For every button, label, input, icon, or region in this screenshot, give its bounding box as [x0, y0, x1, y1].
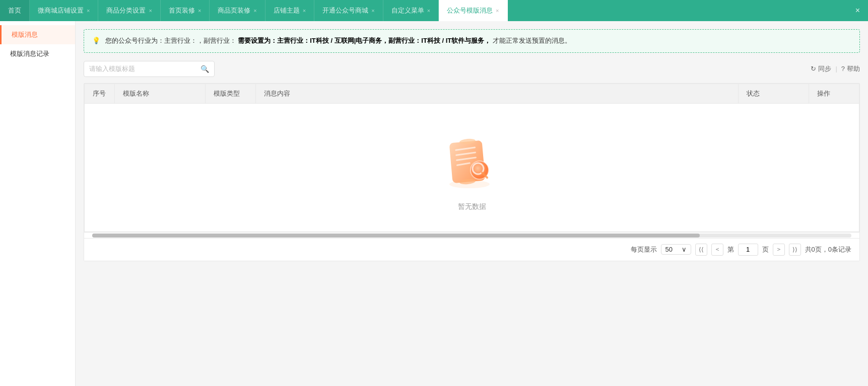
empty-svg-icon	[442, 134, 502, 194]
pagination-bar: 每页显示 50 ∨ ⟨⟨ ＜ 第 页 ＞ ⟩⟩	[84, 238, 859, 261]
help-circle-icon: ?	[841, 65, 845, 72]
tab-product-page-decor-close[interactable]: ×	[253, 8, 256, 14]
col-header-content: 消息内容	[256, 84, 739, 103]
tab-product-category[interactable]: 商品分类设置 ×	[98, 0, 160, 21]
tab-open-public-shop[interactable]: 开通公众号商城 ×	[314, 0, 383, 21]
tab-homepage-decor[interactable]: 首页装修 ×	[161, 0, 210, 21]
search-input[interactable]	[89, 65, 201, 72]
tab-template-msg-label: 公众号模版消息	[447, 6, 493, 15]
data-table: 序号 模版名称 模版类型 消息内容 状态	[84, 84, 859, 232]
table-header-row: 序号 模版名称 模版类型 消息内容 状态	[85, 84, 859, 103]
tab-wechat-shop-label: 微商城店铺设置	[38, 6, 84, 15]
tab-shop-theme-label: 店铺主题	[274, 6, 300, 15]
page-first-icon: ⟨⟨	[699, 246, 704, 253]
help-button[interactable]: ? 帮助	[841, 64, 860, 73]
page-size-select[interactable]: 50 ∨	[661, 244, 691, 255]
help-label: 帮助	[847, 64, 860, 73]
tab-home-label: 首页	[8, 6, 21, 15]
tab-shop-theme-close[interactable]: ×	[303, 8, 306, 14]
tab-product-category-close[interactable]: ×	[149, 8, 152, 14]
sidebar-item-template-msg-record[interactable]: 模版消息记录	[0, 44, 75, 63]
notice-banner: 💡 您的公众号行业为：主营行业：，副营行业： 需要设置为：主营行业：IT科技 /…	[84, 29, 860, 53]
sidebar-item-template-msg-record-label: 模版消息记录	[10, 50, 49, 57]
sync-icon: ↻	[811, 65, 816, 72]
page-size-value: 50	[665, 246, 673, 253]
scrollbar-track	[92, 234, 851, 238]
horizontal-scrollbar[interactable]	[84, 232, 859, 238]
search-bar: 🔍 ↻ 同步 | ? 帮助	[84, 61, 860, 77]
table-wrapper: 序号 模版名称 模版类型 消息内容 状态	[84, 83, 860, 261]
notice-highlight: 需要设置为：主营行业：IT科技 / 互联网|电子商务，副营行业：IT科技 / I…	[238, 37, 491, 44]
tab-custom-menu[interactable]: 自定义菜单 ×	[383, 0, 439, 21]
tab-custom-menu-label: 自定义菜单	[391, 6, 424, 15]
tab-template-msg-close[interactable]: ×	[496, 8, 499, 14]
empty-state: 暂无数据	[85, 104, 859, 231]
tab-homepage-decor-close[interactable]: ×	[198, 8, 201, 14]
tab-custom-menu-close[interactable]: ×	[427, 8, 430, 14]
tab-bar-close-all[interactable]: ×	[847, 6, 868, 15]
page-prev-button[interactable]: ＜	[711, 244, 723, 256]
toolbar-right: ↻ 同步 | ? 帮助	[811, 64, 860, 73]
tab-wechat-shop[interactable]: 微商城店铺设置 ×	[30, 0, 98, 21]
page-number-input[interactable]	[738, 244, 758, 256]
tab-open-public-shop-label: 开通公众号商城	[322, 6, 368, 15]
page-size-label: 每页显示	[631, 245, 657, 254]
page-next-button[interactable]: ＞	[773, 244, 785, 256]
bulb-icon: 💡	[92, 37, 100, 44]
page-last-button[interactable]: ⟩⟩	[789, 244, 801, 256]
col-header-status: 状态	[739, 84, 809, 103]
col-header-seq: 序号	[85, 84, 115, 103]
page-next-icon: ＞	[776, 245, 782, 254]
search-button[interactable]: 🔍	[201, 65, 209, 73]
search-icon: 🔍	[201, 65, 209, 73]
page-label: 第	[727, 245, 734, 254]
sidebar: 模版消息 模版消息记录	[0, 21, 76, 386]
page-ye-label: 页	[762, 245, 769, 254]
sidebar-item-template-msg[interactable]: 模版消息	[0, 25, 75, 44]
tab-shop-theme[interactable]: 店铺主题 ×	[265, 0, 314, 21]
empty-text: 暂无数据	[95, 202, 849, 211]
empty-illustration	[442, 134, 502, 194]
chevron-down-icon: ∨	[682, 246, 687, 253]
page-total-label: 共0页，0条记录	[805, 245, 851, 254]
page-prev-icon: ＜	[714, 245, 720, 254]
sync-label: 同步	[818, 64, 831, 73]
search-input-wrap: 🔍	[84, 61, 215, 77]
tab-wechat-shop-close[interactable]: ×	[87, 8, 90, 14]
sidebar-item-template-msg-label: 模版消息	[12, 31, 38, 38]
notice-prefix: 您的公众号行业为：主营行业：，副营行业：	[105, 37, 236, 44]
tab-home[interactable]: 首页	[0, 0, 30, 21]
tab-homepage-decor-label: 首页装修	[169, 6, 195, 15]
toolbar-sep: |	[835, 65, 837, 72]
sync-button[interactable]: ↻ 同步	[811, 64, 831, 73]
notice-suffix: 才能正常发送预置的消息。	[493, 37, 571, 44]
page-first-button[interactable]: ⟨⟨	[695, 244, 707, 256]
tab-bar: 首页 微商城店铺设置 × 商品分类设置 × 首页装修 × 商品页装修 × 店铺主…	[0, 0, 868, 21]
tab-product-page-decor-label: 商品页装修	[218, 6, 250, 15]
col-header-action: 操作	[809, 84, 859, 103]
page-last-icon: ⟩⟩	[792, 246, 797, 253]
tab-product-category-label: 商品分类设置	[106, 6, 146, 15]
scrollbar-thumb[interactable]	[92, 234, 700, 238]
col-header-type: 模版类型	[206, 84, 256, 103]
col-header-name: 模版名称	[115, 84, 206, 103]
tab-product-page-decor[interactable]: 商品页装修 ×	[210, 0, 265, 21]
content-area: 💡 您的公众号行业为：主营行业：，副营行业： 需要设置为：主营行业：IT科技 /…	[76, 21, 868, 386]
tab-template-msg[interactable]: 公众号模版消息 ×	[439, 0, 507, 21]
tab-open-public-shop-close[interactable]: ×	[371, 8, 374, 14]
main-layout: 模版消息 模版消息记录 💡 您的公众号行业为：主营行业：，副营行业： 需要设置为…	[0, 21, 868, 386]
